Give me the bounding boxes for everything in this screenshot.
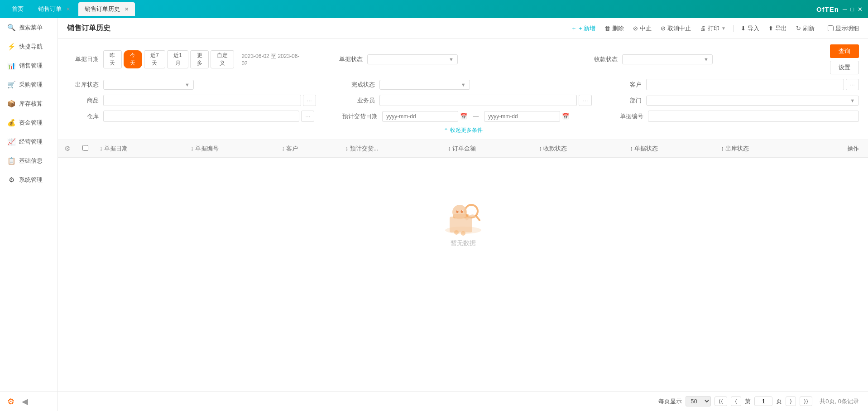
top-bar-close[interactable]: ✕ [858,6,863,13]
sidebar-item-finance-mgmt[interactable]: 💰 资金管理 [0,113,58,132]
settings-button[interactable]: 设置 [830,61,859,74]
date-more-btn[interactable]: 更多 [190,50,209,68]
th-date-label: ↕ 单据日期 [100,145,128,152]
status-select[interactable]: ▼ [367,54,458,64]
empty-cell: 暂无数据 [58,158,868,284]
sidebar-item-quick-nav-label: 快捷导航 [19,43,43,51]
doc-no-input[interactable] [648,111,859,122]
product-input[interactable] [103,95,301,106]
th-expected-delivery: ↕ 预计交货... [340,140,442,158]
warehouse-out-select[interactable]: ▼ [103,80,194,90]
expected-delivery-label: 预计交货日期 [341,112,382,121]
per-page-select[interactable]: 50 100 200 [686,396,711,406]
display-detail-toggle[interactable]: 显示明细 [828,24,859,33]
first-page-btn[interactable]: ⟨⟨ [715,396,727,406]
svg-point-8 [457,210,458,211]
salesperson-input[interactable] [379,95,577,106]
customer-dots-btn[interactable]: ··· [846,79,859,90]
sidebar-item-operations-mgmt[interactable]: 📈 经营管理 [0,132,58,151]
th-doc-status-label: ↕ 单据状态 [630,145,658,152]
product-dots-btn[interactable]: ··· [303,95,316,106]
search-menu-icon: 🔍 [7,24,15,32]
empty-row: 暂无数据 [58,158,868,284]
table-container: ⚙ ↕ 单据日期 ↕ 单据编号 ↕ 客户 [58,140,868,391]
sidebar-item-basic-info[interactable]: 📋 基础信息 [0,151,58,170]
export-button[interactable]: ⬆ 导出 [767,24,789,34]
date-custom-btn[interactable]: 自定义 [211,50,234,68]
display-detail-checkbox[interactable] [828,25,834,31]
th-check [76,140,94,158]
warehouse-dots-btn[interactable]: ··· [301,111,314,122]
sidebar-item-quick-nav[interactable]: ⚡ 快捷导航 [0,37,58,56]
complete-chevron-icon: ▼ [461,82,466,87]
date-yesterday-btn[interactable]: 昨天 [103,50,122,68]
cal-icon-from[interactable]: 📅 [460,113,467,120]
payment-select[interactable]: ▼ [622,54,713,64]
warehouse-out-field: ▼ [103,80,316,90]
th-warehouse-status-label: ↕ 出库状态 [721,145,749,152]
svg-point-9 [462,210,463,211]
cal-icon-to[interactable]: 📅 [562,113,569,120]
tab-sales-order-history[interactable]: 销售订单历史 ✕ [78,2,135,16]
expected-delivery-field: 📅 — 📅 [382,111,593,122]
date-7days-btn[interactable]: 近7天 [144,50,165,68]
table-header-row: ⚙ ↕ 单据日期 ↕ 单据编号 ↕ 客户 [58,140,868,158]
customer-input[interactable] [646,79,844,90]
sidebar-item-purchase-mgmt[interactable]: 🛒 采购管理 [0,75,58,94]
tab-sales-order[interactable]: 销售订单 ✕ [32,2,77,16]
quick-nav-icon: ⚡ [7,43,15,51]
top-bar-minimize[interactable]: ─ [843,6,847,13]
refresh-button[interactable]: ↻ 刷新 [794,24,816,34]
warehouse-input[interactable] [103,111,299,122]
th-action-label: 操作 [847,145,859,152]
date-today-btn[interactable]: 今天 [124,50,142,68]
prev-page-btn[interactable]: ⟨ [731,396,741,406]
stop-button[interactable]: ⊘ 中止 [631,24,653,34]
next-page-btn[interactable]: ⟩ [786,396,796,406]
tab-sales-order-history-label: 销售订单历史 [85,5,120,13]
cancel-stop-button[interactable]: ⊘ 取消中止 [659,24,693,34]
tab-sales-order-close[interactable]: ✕ [66,6,70,12]
customer-label: 客户 [610,81,646,89]
date-1month-btn[interactable]: 近1月 [167,50,188,68]
inventory-check-icon: 📦 [7,100,15,108]
department-label: 部门 [610,97,646,105]
expected-delivery-to-input[interactable] [484,111,560,122]
collapse-label: 收起更多条件 [450,126,483,134]
department-select[interactable]: ▼ [646,96,859,106]
top-bar-brand: OfTEn [816,5,839,13]
refresh-icon: ↻ [796,25,801,32]
sidebar-item-system-mgmt[interactable]: ⚙ 系统管理 [0,170,58,189]
svg-point-11 [461,231,465,236]
table-footer: 每页显示 50 100 200 ⟨⟨ ⟨ 第 页 ⟩ ⟩⟩ 共0页, 0条记录 [58,391,868,411]
th-customer: ↕ 客户 [276,140,340,158]
delete-button[interactable]: 🗑 删除 [603,24,626,34]
tab-sales-order-history-close[interactable]: ✕ [125,6,129,12]
import-button[interactable]: ⬇ 导入 [739,24,761,34]
sidebar-item-sales-mgmt[interactable]: 📊 销售管理 [0,56,58,75]
new-button[interactable]: ＋ + 新增 [569,24,597,34]
table-gear-icon[interactable]: ⚙ [64,145,70,152]
top-bar-maximize[interactable]: □ [850,6,854,13]
sidebar-item-search-menu[interactable]: 🔍 搜索菜单 [0,18,58,37]
sidebar-settings-icon[interactable]: ⚙ [7,396,14,406]
th-payment-status: ↕ 收款状态 [533,140,624,158]
new-icon: ＋ [571,24,577,33]
th-payment-status-label: ↕ 收款状态 [539,145,567,152]
page-input[interactable] [754,396,772,406]
complete-select[interactable]: ▼ [379,80,470,90]
expected-delivery-from-input[interactable] [382,111,458,122]
payment-label: 收款状态 [586,55,622,63]
sidebar-collapse-icon[interactable]: ◀ [22,396,28,406]
last-page-btn[interactable]: ⟩⟩ [800,396,812,406]
select-all-checkbox[interactable] [82,145,88,151]
print-button[interactable]: 🖨 打印 ▼ [698,24,728,34]
stop-icon: ⊘ [633,25,638,32]
collapse-btn[interactable]: ⌃ 收起更多条件 [67,126,859,134]
tab-home[interactable]: 首页 [5,2,30,16]
main-layout: 🔍 搜索菜单 ⚡ 快捷导航 📊 销售管理 🛒 采购管理 📦 库存核算 💰 资金管… [0,18,868,411]
salesperson-dots-btn[interactable]: ··· [579,95,592,106]
tab-home-label: 首页 [12,5,24,13]
query-button[interactable]: 查询 [830,44,859,58]
sidebar-item-inventory-check[interactable]: 📦 库存核算 [0,94,58,113]
